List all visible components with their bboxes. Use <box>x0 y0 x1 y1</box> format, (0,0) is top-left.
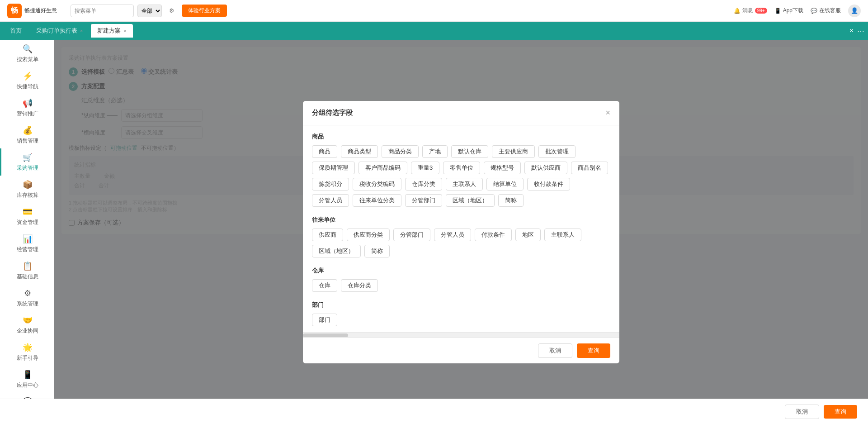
field-tag-weight[interactable]: 重量3 <box>411 162 439 174</box>
sidebar-item-purchase-label: 采购管理 <box>17 164 38 172</box>
field-tag-warehouse[interactable]: 仓库 <box>312 279 337 292</box>
section-department-title: 部门 <box>312 301 610 309</box>
field-tag-goods-type[interactable]: 商品类型 <box>341 145 378 158</box>
online-service-item[interactable]: 💬 在线客服 <box>811 7 841 14</box>
notification-badge: 99+ <box>755 8 767 14</box>
modal-header: 分组待选字段 × <box>303 101 619 125</box>
field-tag-payment-terms[interactable]: 收付款条件 <box>527 178 570 191</box>
field-tag-customer-code[interactable]: 客户商品编码 <box>359 162 407 174</box>
field-tag-area[interactable]: 地区 <box>515 229 541 241</box>
bottom-confirm-button[interactable]: 查询 <box>824 405 857 419</box>
field-tag-partner-category[interactable]: 往来单位分类 <box>353 194 401 207</box>
field-tag-batch-mgmt[interactable]: 批次管理 <box>538 145 576 158</box>
field-tag-goods-alias[interactable]: 商品别名 <box>571 162 608 174</box>
field-tag-default-warehouse[interactable]: 默认仓库 <box>451 145 488 158</box>
logo-icon: 畅 <box>7 4 22 18</box>
field-tag-manager[interactable]: 分管人员 <box>312 194 349 207</box>
app-download-item[interactable]: 📱 App下载 <box>774 7 803 14</box>
sidebar-item-app-center-label: 应用中心 <box>17 381 38 389</box>
confirm-button[interactable]: 查询 <box>577 343 610 358</box>
sidebar-item-basic-info-label: 基础信息 <box>17 273 38 281</box>
section-warehouse: 仓库 仓库 仓库分类 <box>312 267 610 292</box>
app-center-icon: 📱 <box>23 370 33 380</box>
notification-label: 消息 <box>742 7 753 14</box>
bottom-bar: 取消 查询 <box>0 399 868 424</box>
online-service-label: 在线客服 <box>819 7 841 14</box>
tab-purchase-exec[interactable]: 采购订单执行表 × <box>30 24 89 38</box>
tab-purchase-exec-label: 采购订单执行表 <box>36 27 77 35</box>
tab-new-plan-close[interactable]: × <box>123 28 126 33</box>
quick-nav-icon: ⚡ <box>23 71 33 81</box>
sidebar-item-sales[interactable]: 💰 销售管理 <box>0 121 54 148</box>
field-tag-region[interactable]: 区域（地区） <box>446 194 495 207</box>
field-tag-origin[interactable]: 产地 <box>422 145 448 158</box>
sidebar-item-system[interactable]: ⚙ 系统管理 <box>0 284 54 311</box>
header-right: 🔔 消息 99+ 📱 App下载 💬 在线客服 👤 <box>734 5 861 17</box>
field-tag-goods[interactable]: 商品 <box>312 145 337 158</box>
field-tag-partner-dept[interactable]: 分管部门 <box>393 229 430 241</box>
sidebar-item-inventory[interactable]: 📦 库存核算 <box>0 176 54 203</box>
field-tag-points[interactable]: 炼货积分 <box>312 178 349 191</box>
sidebar-item-finance-label: 资金管理 <box>17 219 38 226</box>
field-tag-retail-unit[interactable]: 零售单位 <box>443 162 480 174</box>
sidebar-item-operations[interactable]: 📊 经营管理 <box>0 230 54 257</box>
field-tag-abbr[interactable]: 简称 <box>498 194 524 207</box>
search-input[interactable] <box>71 5 134 17</box>
sidebar-item-basic-info[interactable]: 📋 基础信息 <box>0 257 54 284</box>
bottom-cancel-button[interactable]: 取消 <box>785 405 819 419</box>
field-tag-default-supplier[interactable]: 默认供应商 <box>524 162 567 174</box>
field-tag-warehouse-cat[interactable]: 仓库分类 <box>341 279 378 292</box>
field-tag-main-supplier[interactable]: 主要供应商 <box>492 145 535 158</box>
modal-overlay: 分组待选字段 × 商品 商品 商品类型 商品分类 产地 默认仓库 主要供应商 批… <box>54 40 868 424</box>
sidebar-item-search-menu[interactable]: 🔍 搜索菜单 <box>0 40 54 67</box>
field-tag-dept[interactable]: 分管部门 <box>405 194 442 207</box>
tab-purchase-exec-close[interactable]: × <box>80 28 83 33</box>
new-guide-icon: 🌟 <box>23 343 33 353</box>
field-tag-expiry-mgmt[interactable]: 保质期管理 <box>312 162 355 174</box>
field-tag-spec-model[interactable]: 规格型号 <box>484 162 521 174</box>
field-tag-main-contact2[interactable]: 主联系人 <box>544 229 581 241</box>
search-select[interactable]: 全部 <box>137 5 162 17</box>
sidebar-item-quick-nav-label: 快捷导航 <box>17 83 38 91</box>
sidebar-item-new-guide-label: 新手引导 <box>17 354 38 362</box>
modal-close-button[interactable]: × <box>605 108 610 118</box>
sidebar-item-marketing[interactable]: 📢 营销推广 <box>0 94 54 121</box>
section-partner: 往来单位 供应商 供应商分类 分管部门 分管人员 付款条件 地区 主联系人 区域… <box>312 216 610 257</box>
sidebar-item-purchase[interactable]: 🛒 采购管理 <box>0 148 54 176</box>
field-tag-main-contact[interactable]: 主联系人 <box>446 178 483 191</box>
field-tag-settlement-unit[interactable]: 结算单位 <box>486 178 524 191</box>
bell-icon: 🔔 <box>734 8 741 14</box>
gear-icon[interactable]: ⚙ <box>165 5 178 17</box>
cancel-button[interactable]: 取消 <box>538 343 572 358</box>
tab-more-icon[interactable]: ⋯ <box>857 27 864 35</box>
field-tag-goods-category[interactable]: 商品分类 <box>382 145 419 158</box>
field-tag-region2[interactable]: 区域（地区） <box>312 245 361 257</box>
sidebar-item-search-label: 搜索菜单 <box>17 56 38 63</box>
tab-home[interactable]: 首页 <box>4 24 28 38</box>
logo-area: 畅 畅捷通好生意 <box>7 4 61 18</box>
section-warehouse-title: 仓库 <box>312 267 610 275</box>
field-tag-warehouse-category[interactable]: 仓库分类 <box>405 178 442 191</box>
experience-btn[interactable]: 体验行业方案 <box>182 5 227 17</box>
sales-icon: 💰 <box>23 125 33 135</box>
sidebar-item-enterprise-coop[interactable]: 🤝 企业协同 <box>0 311 54 338</box>
field-tag-payment-cond[interactable]: 付款条件 <box>475 229 512 241</box>
tab-new-plan[interactable]: 新建方案 × <box>91 24 132 38</box>
sidebar-item-app-center[interactable]: 📱 应用中心 <box>0 366 54 393</box>
sidebar-item-finance[interactable]: 💳 资金管理 <box>0 203 54 230</box>
sidebar-item-quick-nav[interactable]: ⚡ 快捷导航 <box>0 67 54 94</box>
sidebar-item-new-guide[interactable]: 🌟 新手引导 <box>0 338 54 366</box>
field-tag-partner-manager[interactable]: 分管人员 <box>434 229 471 241</box>
field-tag-supplier[interactable]: 供应商 <box>312 229 343 241</box>
field-tag-department[interactable]: 部门 <box>312 314 337 326</box>
field-tag-abbr2[interactable]: 简称 <box>364 245 390 257</box>
field-tag-supplier-category[interactable]: 供应商分类 <box>347 229 390 241</box>
sidebar-item-sales-label: 销售管理 <box>17 137 38 145</box>
notification-item[interactable]: 🔔 消息 99+ <box>734 7 767 14</box>
avatar[interactable]: 👤 <box>848 5 861 17</box>
modal-hscrollbar[interactable] <box>303 332 619 338</box>
field-tag-tax-code[interactable]: 税收分类编码 <box>353 178 401 191</box>
inventory-icon: 📦 <box>23 180 33 190</box>
tab-home-label: 首页 <box>10 27 22 35</box>
tab-close-all-icon[interactable]: × <box>849 27 854 35</box>
